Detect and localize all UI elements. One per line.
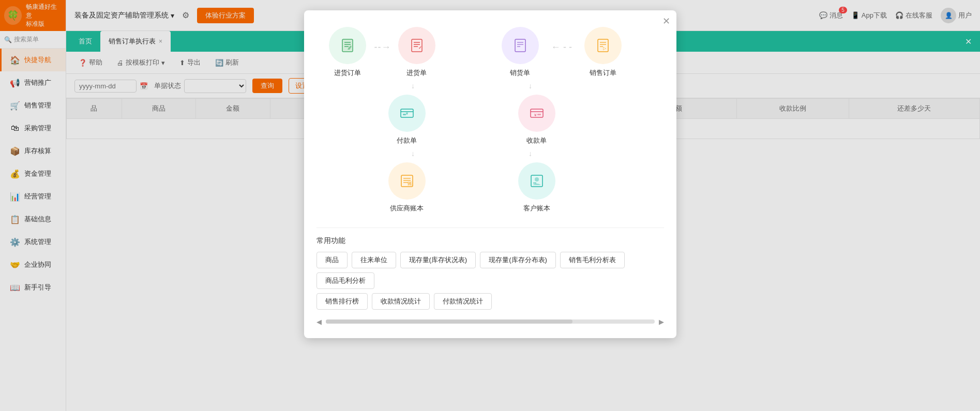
- supplier-icon: 账: [388, 162, 426, 200]
- svg-text:账: 账: [408, 181, 412, 186]
- scrollbar-thumb[interactable]: [326, 319, 572, 324]
- scroll-left-btn[interactable]: ◀: [316, 318, 322, 326]
- common-functions: 常用功能 商品 往来单位 现存量(库存状况表) 现存量(库存分布表) 销售毛利分…: [316, 227, 664, 310]
- sale-order-icon: ▷: [584, 27, 622, 64]
- common-functions-title: 常用功能: [316, 236, 664, 246]
- svg-text:¥: ¥: [534, 113, 537, 117]
- modal-overlay[interactable]: ✕: [66, 0, 980, 411]
- flow-node-sale-slip: 销货单: [502, 27, 539, 78]
- func-btn-8[interactable]: 付款情况统计: [434, 293, 492, 310]
- func-btn-6[interactable]: 销售排行榜: [316, 293, 368, 310]
- flow-node-purchase-slip: ✓ 进货单: [398, 27, 435, 78]
- flow-node-sale-order: ▷ 销售订单: [584, 27, 622, 78]
- svg-rect-30: [537, 114, 541, 115]
- svg-text:✓: ✓: [418, 45, 422, 50]
- scroll-right-btn[interactable]: ▶: [659, 318, 664, 326]
- flow-node-receipt: ¥ 收款单: [518, 95, 555, 145]
- func-btn-0[interactable]: 商品: [316, 252, 348, 268]
- svg-rect-18: [515, 39, 525, 52]
- flow-node-supplier: 账 供应商账本: [388, 162, 426, 213]
- function-grid-2: 销售排行榜 收款情况统计 付款情况统计: [316, 293, 664, 310]
- func-btn-4[interactable]: 销售毛利分析表: [560, 252, 625, 268]
- svg-rect-0: [342, 39, 353, 52]
- flow-node-payment: ¥ 付款单: [388, 95, 426, 145]
- customer-icon: [518, 162, 555, 200]
- scrollbar-track[interactable]: [326, 319, 655, 324]
- sale-slip-icon: [502, 27, 539, 64]
- func-btn-3[interactable]: 现存量(库存分布表): [480, 252, 556, 268]
- payment-icon: ¥: [388, 95, 426, 132]
- svg-rect-27: [531, 109, 543, 117]
- svg-point-32: [535, 177, 539, 181]
- purchase-order-icon: [329, 27, 366, 64]
- func-btn-7[interactable]: 收款情况统计: [372, 293, 430, 310]
- flow-modal: ✕: [304, 10, 676, 338]
- function-grid: 商品 往来单位 现存量(库存状况表) 现存量(库存分布表) 销售毛利分析表 商品…: [316, 252, 664, 289]
- svg-text:¥: ¥: [406, 112, 408, 115]
- purchase-slip-icon: ✓: [398, 27, 435, 64]
- func-btn-2[interactable]: 现存量(库存状况表): [400, 252, 476, 268]
- receipt-icon: ¥: [518, 95, 555, 132]
- func-btn-5[interactable]: 商品毛利分析: [316, 272, 374, 289]
- modal-close-btn[interactable]: ✕: [662, 17, 670, 26]
- arrow-purchase: - - →: [374, 42, 390, 53]
- main-content: 装备及固定资产辅助管理系统 ▾ ⚙ 体验行业方案 💬 消息 5 📱 App下载 …: [66, 0, 980, 411]
- flow-node-customer: 客户账本: [518, 162, 555, 213]
- modal-scrollbar-area: ◀ ▶: [316, 318, 664, 326]
- svg-text:▷: ▷: [603, 46, 607, 51]
- flow-node-purchase-order: 进货订单: [329, 27, 366, 78]
- func-btn-1[interactable]: 往来单位: [352, 252, 396, 268]
